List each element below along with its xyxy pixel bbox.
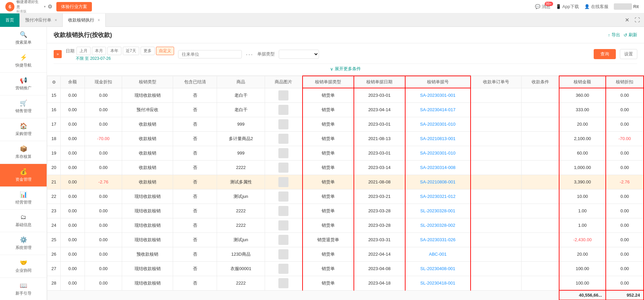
table-row: 18 0.00 -70.00 收款核销 否 多计量商品2 销货单 2021-08… [47, 131, 644, 146]
tab-receipt[interactable]: 收款核销执行 × [63, 13, 106, 27]
td-goods-img [265, 160, 302, 175]
td-receipt-order [471, 160, 522, 175]
sidebar-item-purchase[interactable]: 🏠 采购管理 [0, 118, 47, 141]
tab-home[interactable]: 首页 [0, 13, 20, 27]
counterparty-input[interactable] [178, 50, 242, 58]
td-no: 15 [47, 88, 61, 102]
app-download-button[interactable]: 📱 App下载 [556, 4, 579, 10]
td-included: 否 [173, 160, 217, 175]
data-table: ⚙ 余额 现金折扣 核销类型 包含已结清 商品 商品图片 核销单据类型 核销单据… [47, 76, 644, 300]
bill-no-link[interactable]: SL-20230328-002 [420, 223, 455, 228]
expand-arrow-btn[interactable]: » [54, 50, 62, 58]
sidebar-item-search[interactable]: 🔍 搜索菜单 [0, 27, 47, 50]
td-balance: 0.00 [61, 276, 85, 290]
bill-no-link[interactable]: SA-20230301-010 [420, 151, 455, 156]
td-bill-date: 2021-08-13 [354, 131, 405, 146]
bill-no-link[interactable]: SA-20230331-026 [420, 237, 455, 242]
bill-no-link[interactable]: SA-20210813-001 [420, 136, 455, 141]
chevron-down-icon: ∨ [330, 67, 333, 72]
td-included: 否 [173, 218, 217, 232]
more-date-btn[interactable]: 更多 [141, 47, 155, 55]
sidebar-item-sales[interactable]: 🛒 销售管理 [0, 95, 47, 118]
search-icon: 🔍 [20, 31, 27, 38]
logo-icon: 6 [5, 2, 14, 11]
bill-no-link[interactable]: ABC-001 [429, 252, 447, 257]
custom-date-btn[interactable]: 自定义 [156, 47, 174, 55]
td-bill-no: ABC-001 [405, 247, 471, 261]
td-type: 预付冲应收 [122, 102, 173, 117]
messages-button[interactable]: 💬 消息 99+ [535, 4, 550, 10]
logo-dropdown-icon[interactable]: ▾ [44, 5, 46, 8]
td-receipt-cond [522, 276, 559, 290]
bill-no-link[interactable]: SA-20230301-010 [420, 122, 455, 127]
td-cash-discount: 0.00 [85, 261, 122, 276]
this-year-btn[interactable]: 本年 [107, 47, 121, 55]
page-title: 收款核销执行(按收款) [54, 31, 112, 39]
td-bill-no: SA-20210813-001 [405, 131, 471, 146]
user-name[interactable]: Rit [614, 3, 639, 10]
td-no: 26 [47, 247, 61, 261]
bill-no-link[interactable]: SA-20230301-001 [420, 93, 455, 98]
tab-maximize-icon[interactable]: ⛶ [633, 16, 641, 25]
bill-type-select[interactable] [279, 50, 319, 59]
online-service-button[interactable]: 👤 在线客服 [584, 4, 608, 10]
quick-icon: ⚡ [20, 54, 27, 61]
td-receipt-order [471, 117, 522, 131]
filter-row-1: » 日期 上月 本月 本年 近7天 更多 自定义 [54, 47, 637, 61]
settings-icon[interactable]: ⚙ [48, 3, 52, 10]
prepay-tab-close-icon[interactable]: × [55, 18, 57, 23]
tab-close-all-icon[interactable]: ✕ [624, 15, 631, 25]
td-goods: 2222 [217, 204, 265, 218]
sidebar-item-guide[interactable]: 📖 新手引导 [0, 278, 47, 300]
td-bill-no: SA-20230331-026 [405, 232, 471, 247]
td-no: 28 [47, 276, 61, 290]
bill-no-link[interactable]: SL-20230408-001 [420, 266, 455, 271]
td-no: 24 [47, 218, 61, 232]
td-bill-type: 销货单 [303, 218, 354, 232]
sidebar-item-inventory[interactable]: 📦 库存核算 [0, 141, 47, 164]
td-amount: 2,100.00 [559, 131, 606, 146]
tab-prepay[interactable]: 预付冲应付单 × [20, 13, 63, 27]
td-no: 16 [47, 102, 61, 117]
td-type: 现结收款核销 [122, 276, 173, 290]
last-7days-btn[interactable]: 近7天 [123, 47, 139, 55]
table-header-row: ⚙ 余额 现金折扣 核销类型 包含已结清 商品 商品图片 核销单据类型 核销单据… [47, 76, 644, 88]
expand-more-btn[interactable]: ∨ 展开更多条件 [330, 66, 361, 72]
export-button[interactable]: ↑ 导出 [608, 32, 621, 38]
sidebar-item-corp[interactable]: 🤝 企业协同 [0, 255, 47, 278]
query-button[interactable]: 查询 [594, 49, 616, 59]
sidebar-item-finance[interactable]: 💰 资金管理 [0, 164, 47, 187]
refresh-button[interactable]: ↺ 刷新 [624, 32, 637, 38]
this-month-btn[interactable]: 本月 [92, 47, 106, 55]
date-buttons: 上月 本月 本年 近7天 更多 自定义 [76, 47, 174, 55]
th-settings[interactable]: ⚙ [47, 76, 61, 88]
td-discount: 0.00 [606, 189, 644, 204]
bill-no-link[interactable]: SA-20210808-001 [420, 179, 455, 184]
bill-no-link[interactable]: SA-20230321-012 [420, 194, 455, 199]
sidebar-item-quick[interactable]: ⚡ 快捷导航 [0, 50, 47, 73]
td-goods-img [265, 88, 302, 102]
last-month-btn[interactable]: 上月 [76, 47, 91, 55]
td-bill-type: 销货单 [303, 189, 354, 204]
td-receipt-order [471, 232, 522, 247]
td-discount: 0.00 [606, 117, 644, 131]
td-discount: 0.00 [606, 218, 644, 232]
bill-no-link[interactable]: SA-20230414-017 [420, 107, 455, 112]
sidebar-item-management[interactable]: 📊 经营管理 [0, 187, 47, 210]
filter-settings-button[interactable]: 设置 [620, 49, 637, 59]
td-receipt-cond [522, 88, 559, 102]
bill-no-link[interactable]: SL-20230418-001 [420, 281, 455, 286]
td-type: 现结收款核销 [122, 88, 173, 102]
bill-no-link[interactable]: SA-20230314-008 [420, 165, 455, 170]
sidebar-item-system[interactable]: ⚙️ 系统管理 [0, 232, 47, 255]
receipt-tab-close-icon[interactable]: × [98, 18, 100, 23]
bill-no-link[interactable]: SL-20230328-001 [420, 208, 455, 213]
td-bill-no: SA-20230321-012 [405, 189, 471, 204]
trial-button[interactable]: 体验行业方案 [56, 2, 92, 11]
sidebar-item-basic[interactable]: 🗂 基础信息 [0, 210, 47, 232]
sidebar-item-marketing[interactable]: 📢 营销推广 [0, 73, 47, 95]
counterparty-dots[interactable]: ··· [246, 50, 254, 58]
page-header: 收款核销执行(按收款) ↑ 导出 ↺ 刷新 [47, 27, 644, 43]
td-balance: 0.00 [61, 175, 85, 189]
td-no: 17 [47, 117, 61, 131]
